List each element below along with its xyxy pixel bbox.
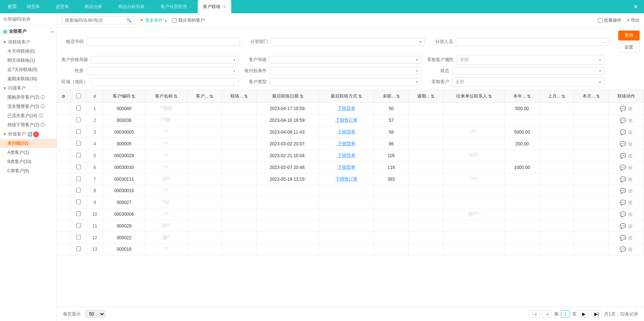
cell-checkbox[interactable] <box>70 103 87 114</box>
cell-checkbox[interactable] <box>70 162 87 173</box>
sidebar-item-ungrouped[interactable]: 未分组(32) <box>0 139 57 148</box>
col-settings[interactable]: ⚙ <box>57 90 70 103</box>
chat-icon[interactable]: 💬 <box>620 200 626 205</box>
cell-checkbox[interactable] <box>70 138 87 150</box>
tab-home[interactable]: 首页 <box>3 3 21 10</box>
cell-checkbox[interactable] <box>70 244 87 255</box>
cell-last-contact-method[interactable] <box>319 232 374 244</box>
row-checkbox[interactable] <box>76 117 81 122</box>
row-checkbox[interactable] <box>76 200 81 204</box>
sidebar-search-input[interactable] <box>3 17 57 22</box>
nature-select[interactable]: ▾ <box>87 67 239 75</box>
col-last-contact-method[interactable]: 最后联络方式⇅ <box>319 90 374 103</box>
col-no-contact-days[interactable]: 未联...⇅ <box>374 90 409 103</box>
close-tab-sales-order[interactable]: ✕ <box>42 4 45 9</box>
grid-action-icon[interactable]: ⊞ <box>628 235 633 241</box>
grid-action-icon[interactable]: ⊞ <box>628 176 633 182</box>
cell-checkbox[interactable] <box>70 185 87 197</box>
row-checkbox[interactable] <box>76 235 81 240</box>
sidebar-item-7days-pending[interactable]: 近7天待联络(0) <box>0 65 57 74</box>
chat-icon[interactable]: 💬 <box>620 141 626 147</box>
region-select[interactable]: … <box>91 78 239 86</box>
grid-action-icon[interactable]: ⊞ <box>628 141 633 147</box>
row-checkbox[interactable] <box>76 176 81 181</box>
close-all-tabs[interactable]: ✕ <box>630 3 641 10</box>
cell-last-contact-method[interactable] <box>319 208 374 220</box>
collapse-sidebar-btn[interactable]: « <box>51 29 54 34</box>
contact-method-link[interactable]: 下销货单 <box>338 165 355 170</box>
export-btn[interactable]: ↗ 导出 <box>626 17 640 24</box>
col-customer-name[interactable]: 客户名称⇅ <box>145 90 187 103</box>
sidebar-item-today-pending[interactable]: 今天待联络(0) <box>0 47 57 56</box>
grid-action-icon[interactable]: ⊞ <box>628 246 633 252</box>
grid-action-icon[interactable]: ⊞ <box>628 200 633 205</box>
cell-checkbox[interactable] <box>70 232 87 244</box>
next-page-btn[interactable]: ▶ <box>579 310 589 318</box>
chat-icon[interactable]: 💬 <box>620 235 626 241</box>
cell-checkbox[interactable] <box>70 208 87 220</box>
sidebar-item-class-b[interactable]: B类客户(33) <box>0 157 57 166</box>
reset-button[interactable]: 设置 <box>618 42 640 53</box>
col-this-month[interactable]: 本月...⇅ <box>574 90 609 103</box>
phone-input[interactable] <box>87 37 240 46</box>
cell-checkbox[interactable] <box>70 114 87 126</box>
row-checkbox[interactable] <box>76 165 81 169</box>
close-tab-customer-contact[interactable]: ✕ <box>223 4 226 9</box>
col-company-contact[interactable]: 往来单位联系人⇅ <box>443 90 505 103</box>
row-checkbox[interactable] <box>76 211 81 216</box>
sidebar-item-class-a[interactable]: A类客户(1) <box>0 148 57 157</box>
cell-checkbox[interactable] <box>70 150 87 162</box>
query-button[interactable]: 查询 <box>618 31 640 40</box>
select-all-checkbox[interactable] <box>76 94 81 98</box>
row-checkbox[interactable] <box>76 188 81 193</box>
status-select[interactable]: ▾ <box>452 67 604 75</box>
payment-terms-select[interactable]: ▾ <box>270 67 422 75</box>
row-checkbox[interactable] <box>76 153 81 158</box>
col-overdue[interactable]: 逾期...⇅ <box>409 90 443 103</box>
dept-select[interactable]: ▾ <box>271 38 425 46</box>
sidebar-item-class-c[interactable]: C类客户(6) <box>0 166 57 176</box>
sidebar-search-box[interactable]: 🔍 <box>0 13 57 25</box>
sidebar-item-churn-warning[interactable]: 流失预警客户(3) ⓘ <box>0 102 57 111</box>
last-page-btn[interactable]: ▶| <box>591 310 602 318</box>
per-page-select[interactable]: 50 100 <box>85 310 105 318</box>
sidebar-item-overdue-contact[interactable]: 逾期未联络(30) <box>0 74 57 84</box>
chat-icon[interactable]: 💬 <box>620 165 626 170</box>
cell-checkbox[interactable] <box>70 197 87 208</box>
contact-method-link[interactable]: 下销货单 <box>338 153 355 158</box>
col-last-contact-date[interactable]: 最后联络日期⇅ <box>257 90 319 103</box>
contact-method-link[interactable]: 下销货单 <box>338 141 355 146</box>
cell-last-contact-method[interactable]: 下销货单 <box>319 103 374 114</box>
manager-select[interactable]: … <box>456 38 609 46</box>
tab-purchase-order[interactable]: 进货单 ✕ <box>50 0 80 13</box>
chat-icon[interactable]: 💬 <box>620 117 626 123</box>
chat-icon[interactable]: 💬 <box>620 129 626 135</box>
grid-action-icon[interactable]: ⊞ <box>628 129 633 135</box>
cell-last-contact-method[interactable]: 下销售订单 <box>319 173 374 185</box>
cell-last-contact-method[interactable] <box>319 220 374 232</box>
close-tab-product-analysis-list[interactable]: ✕ <box>147 4 150 9</box>
group-value-customers[interactable]: ▼ 价值客户 🔄 ! <box>0 130 57 139</box>
cell-last-contact-method[interactable]: 下销售订单 <box>319 114 374 126</box>
chat-icon[interactable]: 💬 <box>620 223 626 229</box>
tab-product-analysis-list[interactable]: 商品分析列表 ✕ <box>113 0 155 13</box>
tab-customer-contact[interactable]: 客户联络 ✕ <box>198 0 231 13</box>
batch-check[interactable] <box>598 18 603 23</box>
sidebar-item-churned[interactable]: 已流失客户(24) ⓘ <box>0 111 57 120</box>
cell-last-contact-method[interactable]: 下销货单 <box>319 138 374 150</box>
chat-icon[interactable]: 💬 <box>620 246 626 252</box>
customer-type-select[interactable]: ▾ <box>270 78 422 86</box>
sidebar-item-hoarding-abnormal[interactable]: 囤购异常客户(2) ⓘ <box>0 93 57 102</box>
sidebar-item-declining[interactable]: 持续下滑客户(2) ⓘ <box>0 120 57 130</box>
contact-method-link[interactable]: 下销售订单 <box>335 117 358 123</box>
customer-level-select[interactable]: ▾ <box>270 56 422 64</box>
chat-icon[interactable]: 💬 <box>620 106 626 112</box>
batch-operation-btn[interactable]: 批量操作 <box>598 17 622 24</box>
chat-icon[interactable]: 💬 <box>620 153 626 159</box>
col-last-month[interactable]: 上月...⇅ <box>539 90 574 103</box>
price-level-select[interactable]: ▾ <box>91 56 239 64</box>
cell-last-contact-method[interactable]: 下销货单 <box>319 126 374 138</box>
col-checkbox[interactable] <box>70 90 87 103</box>
prev-page-btn[interactable]: ◀ <box>542 310 552 318</box>
grid-action-icon[interactable]: ⊞ <box>628 153 633 159</box>
